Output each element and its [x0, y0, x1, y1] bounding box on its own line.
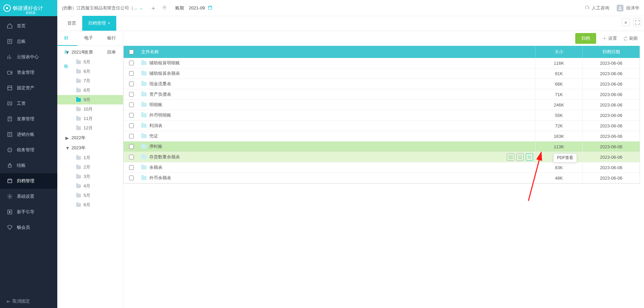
tree-month-2021-11[interactable]: 11月 — [57, 114, 123, 123]
tree-month-2023-1[interactable]: 1月 — [57, 153, 123, 162]
inner-tab-finance[interactable]: 财务账 — [57, 31, 78, 46]
file-name: 辅助核算明细账 — [149, 60, 180, 66]
table-row[interactable]: 凭证163K2023-06-06 — [124, 131, 640, 142]
table-row[interactable]: 辅助核算余额表81K2023-06-06 — [124, 68, 640, 79]
tree-month-2023-5[interactable]: 5月 — [57, 191, 123, 200]
nav-purchase[interactable]: 进销台账 — [0, 127, 57, 142]
folder-icon — [76, 60, 81, 64]
add-company-button[interactable]: ＋ — [150, 4, 156, 12]
refresh-link[interactable]: 刷新 — [623, 35, 638, 41]
file-date: 2023-06-06 — [582, 110, 640, 120]
select-all-checkbox[interactable] — [129, 50, 134, 54]
row-checkbox[interactable] — [129, 176, 134, 180]
table-row[interactable]: 现金流量表66K2023-06-06 — [124, 79, 640, 89]
folder-icon — [141, 176, 147, 180]
nav-invoice[interactable]: 发票管理 — [0, 111, 57, 127]
chart-icon — [7, 54, 13, 60]
tree-month-2021-12[interactable]: 12月 — [57, 123, 123, 133]
brand: 畅捷通好会计 旗舰版 — [0, 0, 57, 16]
tab-home[interactable]: 首页 — [61, 16, 82, 31]
table-row[interactable]: 序时账113K2023-06-06 — [124, 142, 640, 152]
folder-icon — [141, 124, 147, 128]
tab-archive[interactable]: 归档管理× — [82, 16, 116, 31]
nav-ledger[interactable]: 总账 — [0, 34, 57, 49]
tree-month-2023-3[interactable]: 3月 — [57, 172, 123, 181]
view-pdf-button[interactable] — [526, 153, 533, 161]
nav-tax[interactable]: 税务管理 — [0, 142, 57, 158]
table-row[interactable]: 存货数量余额表2K2023-06-06PDF查看 — [124, 152, 640, 162]
folder-icon — [141, 134, 147, 138]
company-settings-button[interactable] — [162, 5, 167, 11]
tree-month-2021-5[interactable]: 5月 — [57, 57, 123, 67]
table-row[interactable]: 外币明细账55K2023-06-06 — [124, 110, 640, 121]
table-header: 文件名称 大小 归档日期 — [124, 46, 640, 58]
fullscreen-button[interactable]: ⛶ — [633, 18, 641, 26]
tree-month-2023-6[interactable]: 6月 — [57, 200, 123, 210]
period-value[interactable]: 2021-09 — [189, 5, 205, 10]
user-menu[interactable]: 徐泽华 — [626, 5, 639, 11]
nav-home[interactable]: 首页 — [0, 18, 57, 34]
tree-month-2021-8[interactable]: 8月 — [57, 86, 123, 95]
row-checkbox[interactable] — [129, 82, 134, 86]
company-dropdown-icon[interactable]: ⌄ — [139, 5, 143, 10]
nav-fund[interactable]: 资金管理 — [0, 65, 57, 80]
nav-member[interactable]: 畅会员 — [0, 220, 57, 235]
nav-archive[interactable]: 归档管理 — [0, 173, 57, 189]
file-date: 2023-06-06 — [582, 142, 640, 152]
row-checkbox[interactable] — [129, 123, 134, 128]
row-checkbox[interactable] — [129, 92, 134, 97]
table-row[interactable]: 辅助核算明细账116K2023-06-06 — [124, 58, 640, 68]
unpin-button[interactable]: ⇤ 取消固定 — [0, 295, 57, 308]
file-date: 2023-06-06 — [582, 121, 640, 131]
tree-month-2021-10[interactable]: 10月 — [57, 104, 123, 114]
tab-close-icon[interactable]: × — [108, 21, 110, 26]
tree-month-2023-2[interactable]: 2月 — [57, 162, 123, 172]
tree-year-2023[interactable]: ▼2023年 — [57, 143, 123, 153]
nav-asset-label: 固定资产 — [17, 85, 34, 91]
tree-year-2022-label: 2022年 — [71, 135, 86, 141]
archive-button[interactable]: 归档 — [575, 33, 596, 44]
nav-close-label: 结账 — [17, 162, 26, 168]
row-checkbox[interactable] — [129, 165, 134, 170]
row-checkbox[interactable] — [129, 102, 134, 107]
folder-icon — [76, 98, 81, 102]
export-pdf-button[interactable] — [516, 153, 524, 161]
tree-month-2021-7[interactable]: 7月 — [57, 76, 123, 86]
inner-tab-bank[interactable]: 银行回单 — [100, 31, 123, 46]
tree-month-2021-9[interactable]: 9月 — [57, 95, 123, 104]
row-checkbox[interactable] — [129, 71, 134, 76]
row-checkbox[interactable] — [129, 155, 134, 159]
table-row[interactable]: 外币余额表48K2023-06-06 — [124, 173, 640, 183]
tree-month-2023-4[interactable]: 4月 — [57, 181, 123, 191]
table-row[interactable]: 明细账246K2023-06-06 — [124, 100, 640, 110]
top-header: (勿删）江西服宝精品有限责任公司（... ⌄ ＋ 账期 2021-09 人工咨询… — [57, 0, 644, 16]
nav-reports[interactable]: 云报表中心 — [0, 49, 57, 65]
consult-link[interactable]: 人工咨询 — [592, 5, 609, 11]
main: (勿删）江西服宝精品有限责任公司（... ⌄ ＋ 账期 2021-09 人工咨询… — [57, 0, 644, 308]
row-checkbox[interactable] — [129, 113, 134, 118]
nav-salary[interactable]: 工资 — [0, 96, 57, 111]
tree-month-2021-6[interactable]: 6月 — [57, 67, 123, 76]
inner-tab-einvoice[interactable]: 电子发票 — [78, 31, 100, 46]
lock-icon — [7, 162, 13, 168]
nav-settings[interactable]: 基础设置 — [0, 189, 57, 204]
nav-asset[interactable]: 固定资产 — [0, 80, 57, 96]
table-row[interactable]: 余额表83K2023-06-06 — [124, 162, 640, 173]
folder-icon — [76, 126, 81, 130]
nav-guide[interactable]: 新手引导 — [0, 204, 57, 220]
svg-rect-9 — [8, 180, 12, 183]
row-checkbox[interactable] — [129, 134, 134, 138]
company-selector[interactable]: (勿删）江西服宝精品有限责任公司（... — [62, 5, 137, 11]
row-checkbox[interactable] — [129, 61, 134, 65]
export-excel-button[interactable] — [507, 153, 514, 161]
row-checkbox[interactable] — [129, 144, 134, 149]
tree-year-2021[interactable]: ▼2021年 — [57, 47, 123, 57]
table-row[interactable]: 利润表72K2023-06-06 — [124, 121, 640, 131]
nav-close[interactable]: 结账 — [0, 158, 57, 173]
tree-year-2022[interactable]: ▶2022年 — [57, 133, 123, 143]
calendar-icon[interactable] — [208, 5, 213, 11]
settings-link[interactable]: 设置 — [602, 35, 617, 41]
table-row[interactable]: 资产负债表71K2023-06-06 — [124, 89, 640, 100]
file-size: 163K — [535, 131, 582, 141]
tabs-close-button[interactable]: × — [622, 18, 630, 26]
